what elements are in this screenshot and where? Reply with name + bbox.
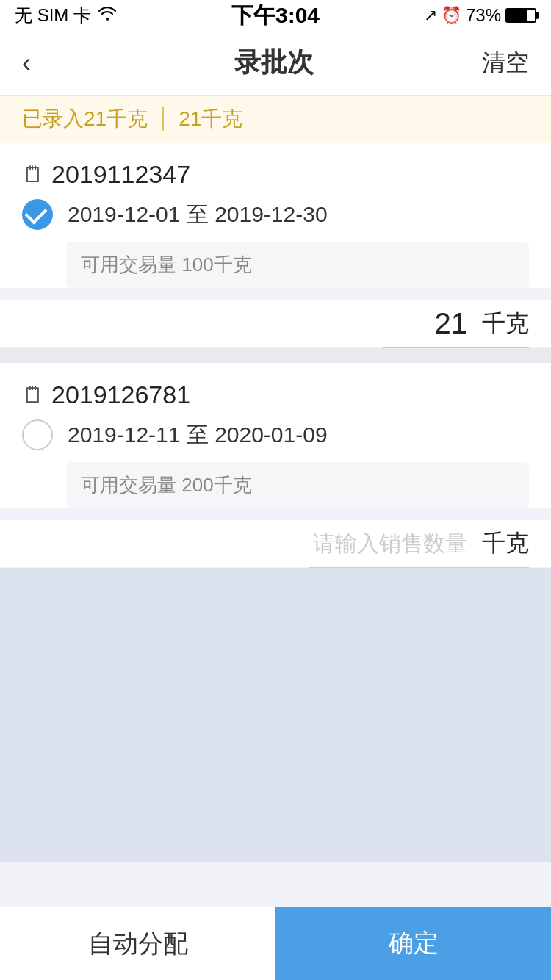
batch1-id: 2019112347	[51, 160, 190, 189]
status-left: 无 SIM 卡	[15, 4, 118, 27]
status-bar: 无 SIM 卡 下午3:04 ↗ ⏰ 73%	[0, 0, 551, 31]
carrier-text: 无 SIM 卡	[15, 4, 91, 27]
batch1-header: 🗒 2019112347	[22, 160, 529, 189]
info-label: 已录入21千克	[22, 105, 148, 133]
batch1-avail-text: 可用交易量 100千克	[81, 253, 252, 275]
batch1-radio[interactable]	[22, 199, 53, 230]
auto-distribute-button[interactable]: 自动分配	[0, 907, 276, 980]
back-button[interactable]: ‹	[22, 48, 66, 79]
batch1-quantity-value[interactable]: 21	[435, 307, 468, 340]
confirm-button[interactable]: 确定	[276, 907, 551, 980]
batch2-input-placeholder[interactable]: 请输入销售数量	[22, 529, 467, 559]
clear-button[interactable]: 清空	[482, 47, 529, 79]
nav-bar: ‹ 录批次 清空	[0, 31, 551, 96]
batch2-input-unit: 千克	[482, 527, 529, 560]
empty-area	[0, 568, 551, 862]
batch1-date-row[interactable]: 2019-12-01 至 2019-12-30	[22, 199, 529, 230]
battery-icon	[505, 8, 536, 23]
batch1-avail: 可用交易量 100千克	[66, 242, 529, 288]
location-icon: ↗	[424, 6, 437, 25]
batch2-input-row: 请输入销售数量 千克	[0, 520, 551, 567]
batch1-quantity-unit: 千克	[482, 308, 529, 340]
batch2-radio[interactable]	[22, 419, 53, 450]
battery-percent: 73%	[466, 5, 501, 26]
info-divider	[162, 107, 164, 131]
batch2-avail: 可用交易量 200千克	[66, 462, 529, 508]
batch2-icon: 🗒	[22, 383, 44, 408]
batch2-avail-text: 可用交易量 200千克	[81, 474, 252, 496]
info-value: 21千克	[179, 105, 242, 133]
batch1-quantity-row: 21 千克	[0, 300, 551, 347]
batch2-id: 2019126781	[51, 381, 190, 409]
bottom-bar: 自动分配 确定	[0, 907, 551, 980]
status-right: ↗ ⏰ 73%	[424, 5, 536, 26]
wifi-icon	[97, 5, 118, 26]
batch2-date: 2019-12-11 至 2020-01-09	[68, 420, 328, 450]
section-separator	[0, 348, 551, 363]
batch2-header: 🗒 2019126781	[22, 381, 529, 409]
batch1-icon: 🗒	[22, 162, 44, 187]
batch-item-2: 🗒 2019126781 2019-12-11 至 2020-01-09 可用交…	[0, 363, 551, 508]
batch1-date: 2019-12-01 至 2019-12-30	[68, 200, 328, 230]
page-title: 录批次	[234, 45, 314, 81]
batch2-date-row[interactable]: 2019-12-11 至 2020-01-09	[22, 419, 529, 450]
info-banner: 已录入21千克 21千克	[0, 96, 551, 143]
batch-item-1: 🗒 2019112347 2019-12-01 至 2019-12-30 可用交…	[0, 143, 551, 288]
content-area: 🗒 2019112347 2019-12-01 至 2019-12-30 可用交…	[0, 143, 551, 935]
status-time: 下午3:04	[231, 1, 320, 31]
alarm-icon: ⏰	[442, 6, 461, 25]
